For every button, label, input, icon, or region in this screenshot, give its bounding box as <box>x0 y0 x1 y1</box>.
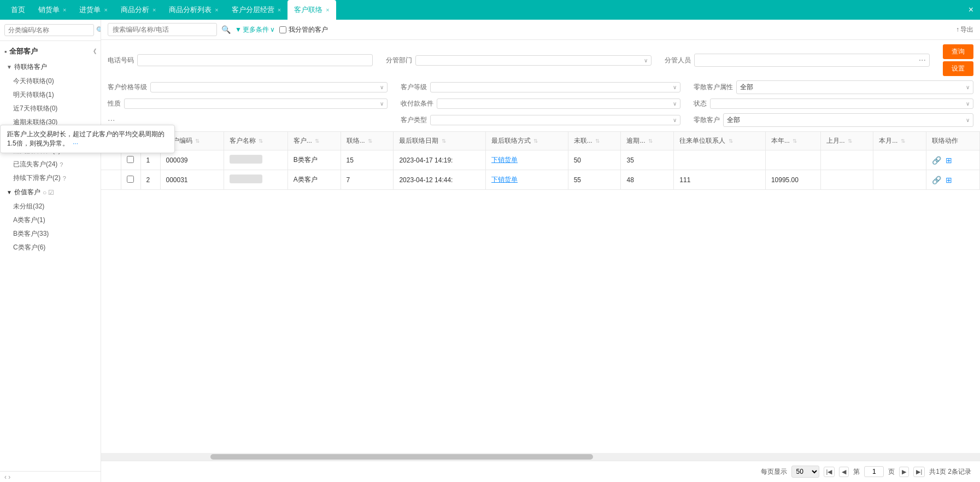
sidebar-search-icon[interactable]: 🔍 <box>96 26 101 34</box>
pagination-next-btn[interactable]: ▶ <box>899 467 909 477</box>
row2-last-date: 2023-04-12 14:44: <box>394 170 486 190</box>
col-last-contact-method-header[interactable]: 最后联络方式 ⇅ <box>486 132 568 150</box>
nav-close-analysis[interactable]: × <box>152 7 156 13</box>
nav-item-customer-tier[interactable]: 客户分层经营 × <box>225 0 287 20</box>
col-overdue-header[interactable]: 逾期... ⇅ <box>621 132 674 150</box>
nav-item-sales[interactable]: 销货单 × <box>32 0 73 20</box>
row2-more-icon[interactable]: ⊞ <box>946 176 952 184</box>
sort-icon-last-month: ⇅ <box>848 138 852 144</box>
row2-this-month <box>873 170 926 190</box>
row1-last-method[interactable]: 下销货单 <box>486 150 568 170</box>
filter-dept-select[interactable]: ∨ <box>415 55 651 66</box>
help-icon-churned[interactable]: ? <box>60 161 63 168</box>
sidebar-group-value-header[interactable]: ▼ 价值客户 ○ ☑ <box>0 185 101 200</box>
sidebar-item-declining[interactable]: 持续下滑客户(2) ? <box>0 171 101 185</box>
filter-export-btn[interactable]: ↑ 导出 <box>956 25 973 34</box>
filter-customer-type-select[interactable]: ∨ <box>430 115 680 125</box>
row1-select-checkbox[interactable] <box>127 156 134 163</box>
filter-row-3: 性质 ∨ 收付款条件 ∨ 状态 <box>108 98 973 109</box>
page-number-input[interactable] <box>864 466 884 477</box>
sidebar-item-ungroup[interactable]: 未分组(32) <box>0 200 101 213</box>
nav-close-customer-contact[interactable]: × <box>326 7 329 13</box>
value-group-edit-icons[interactable]: ○ ☑ <box>43 189 55 196</box>
col-customer-type-header[interactable]: 客户... ⇅ <box>287 132 341 150</box>
sidebar-item-7days[interactable]: 近7天待联络(0) <box>0 102 101 115</box>
row2-select-checkbox[interactable] <box>127 176 134 183</box>
filter-retail-customer-select[interactable]: 全部 ∨ <box>723 113 973 127</box>
row2-last-method[interactable]: 下销货单 <box>486 170 568 190</box>
nav-item-analysis[interactable]: 商品分析 × <box>114 0 162 20</box>
horizontal-scrollbar-thumb[interactable] <box>210 454 593 460</box>
manager-dots[interactable]: ··· <box>919 56 926 65</box>
col-last-month-header[interactable]: 上月... ⇅ <box>820 132 873 150</box>
pagination-last-btn[interactable]: ▶| <box>913 467 925 477</box>
row2-uncontact: 55 <box>568 170 621 190</box>
sidebar-item-c-class[interactable]: C类客户(6) <box>0 241 101 254</box>
nav-close-customer-tier[interactable]: × <box>278 7 281 13</box>
nav-item-home[interactable]: 首页 <box>4 0 32 20</box>
tooltip-more-link[interactable]: ··· <box>73 140 78 147</box>
sidebar-item-churned[interactable]: 已流失客户(24) ? <box>0 158 101 171</box>
row2-name[interactable] <box>224 170 288 190</box>
row2-checkbox[interactable] <box>121 170 140 190</box>
sidebar-nav-arrows[interactable]: ‹ › <box>4 473 10 481</box>
filter-field-customer-level: 客户等级 ∨ <box>401 82 680 92</box>
retail-attr-dropdown-icon: ∨ <box>966 84 970 90</box>
nav-close-analysis-list[interactable]: × <box>215 7 218 13</box>
filter-search-button[interactable]: 🔍 <box>221 25 231 34</box>
col-customer-name-header[interactable]: 客户名称 ⇅ <box>224 132 288 150</box>
sidebar-item-b-class[interactable]: B类客户(33) <box>0 227 101 241</box>
col-contact-count-header[interactable]: 联络... ⇅ <box>341 132 394 150</box>
nav-item-purchase[interactable]: 进货单 × <box>73 0 114 20</box>
nav-close-purchase[interactable]: × <box>104 7 107 13</box>
filter-field-manager: 分管人员 ··· <box>665 54 930 67</box>
sidebar-all-customers[interactable]: ▪ 全部客户 《 <box>0 43 101 60</box>
row1-view-icon[interactable]: 🔗 <box>932 156 941 165</box>
pagination-first-btn[interactable]: |◀ <box>824 467 835 477</box>
per-page-select[interactable]: 50 100 200 <box>791 466 819 478</box>
filter-field-phone: 电话号码 <box>108 54 373 66</box>
row4-dots[interactable]: ··· <box>108 116 115 125</box>
filter-icon: ▼ <box>235 26 242 33</box>
sidebar-search-input[interactable] <box>4 24 94 36</box>
filter-more-btn[interactable]: ▼ 更多条件 ∨ <box>235 25 275 34</box>
sidebar-item-a-class[interactable]: A类客户(1) <box>0 213 101 227</box>
help-icon-declining[interactable]: ? <box>63 175 66 182</box>
filter-my-customer-checkbox[interactable] <box>279 26 286 33</box>
row1-last-date: 2023-04-17 14:19: <box>394 150 486 170</box>
nav-item-customer-contact[interactable]: 客户联络 × <box>287 0 336 20</box>
sidebar-item-tomorrow[interactable]: 明天待联络(1) <box>0 88 101 102</box>
row1-name[interactable] <box>224 150 288 170</box>
row1-more-icon[interactable]: ⊞ <box>946 156 952 165</box>
sidebar-group-pending-header[interactable]: ▼ 待联络客户 <box>0 60 101 74</box>
filter-row-2: 客户价格等级 ∨ 客户等级 ∨ 零散客户属性 全部 <box>108 80 973 94</box>
filter-phone-input[interactable] <box>137 54 373 66</box>
col-this-year-header[interactable]: 本年... ⇅ <box>765 132 820 150</box>
col-last-contact-date-header[interactable]: 最后联络日期 ⇅ <box>394 132 486 150</box>
query-button[interactable]: 查询 <box>943 44 973 59</box>
pagination-prev-btn[interactable]: ◀ <box>839 467 849 477</box>
filter-gender-select[interactable]: ∨ <box>124 98 388 109</box>
col-uncontact-header[interactable]: 未联... ⇅ <box>568 132 621 150</box>
sidebar-item-today[interactable]: 今天待联络(0) <box>0 74 101 88</box>
row1-this-year <box>765 150 820 170</box>
horizontal-scrollbar[interactable] <box>101 453 980 461</box>
filter-my-customer-label[interactable]: 我分管的客户 <box>279 25 328 34</box>
row2-view-icon[interactable]: 🔗 <box>932 176 941 184</box>
filter-customer-level-select[interactable]: ∨ <box>430 82 680 92</box>
nav-close-sales[interactable]: × <box>63 7 66 13</box>
sidebar-collapse-btn[interactable]: 《 <box>90 48 96 56</box>
col-contacts-header[interactable]: 往来单位联系人 ⇅ <box>674 132 766 150</box>
sidebar-bottom: ‹ › <box>0 471 101 482</box>
filter-payment-select[interactable]: ∨ <box>437 98 680 109</box>
filter-search-input[interactable] <box>108 23 217 36</box>
filter-retail-attr-select[interactable]: 全部 ∨ <box>736 80 973 94</box>
filter-status-select[interactable]: ∨ <box>710 98 973 109</box>
window-close-button[interactable]: × <box>969 5 973 15</box>
nav-item-analysis-list[interactable]: 商品分析列表 × <box>162 0 225 20</box>
filter-price-select[interactable]: ∨ <box>150 82 388 92</box>
col-this-month-header[interactable]: 本月... ⇅ <box>873 132 926 150</box>
settings-button[interactable]: 设置 <box>943 61 973 76</box>
row1-last-month <box>820 150 873 170</box>
filter-manager-select[interactable]: ··· <box>694 54 930 67</box>
